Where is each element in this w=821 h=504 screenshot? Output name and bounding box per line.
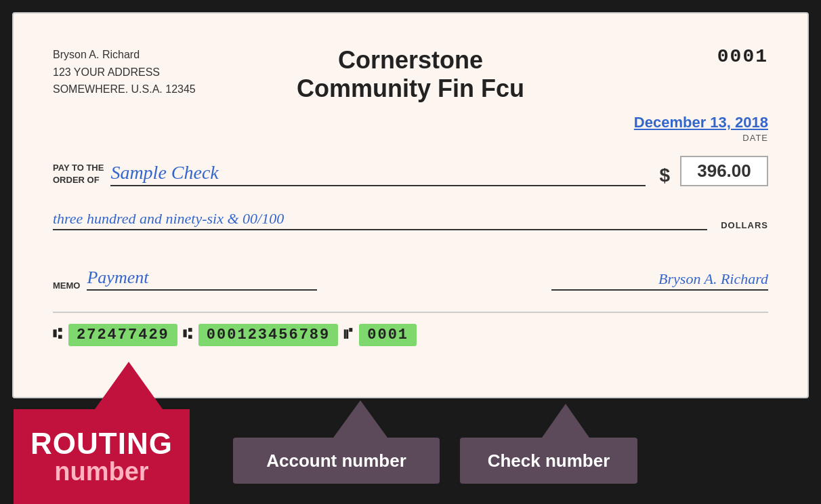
account-number-label: Account number [233, 438, 440, 484]
account-arrow [333, 400, 387, 438]
pay-to-line: Sample Check [110, 162, 646, 186]
pay-to-section: PAY TO THE ORDER OF Sample Check $ 396.0… [53, 156, 768, 186]
memo-left: MEMO Payment [53, 268, 317, 291]
check-arrow [542, 404, 589, 438]
sender-address1: 123 YOUR ADDRESS [53, 64, 196, 81]
dollars-label: DOLLARS [721, 220, 768, 230]
micr-section: ⑆ 272477429 ⑆ 000123456789 ⑈ 0001 [53, 324, 768, 346]
memo-section: MEMO Payment Bryson A. Richard [53, 268, 768, 291]
check-number-label: Check number [460, 438, 637, 484]
routing-label-text: ROUTING [30, 429, 173, 459]
micr-check-num: 0001 [359, 324, 417, 346]
check-number-text: Check number [488, 450, 610, 471]
payee-name: Sample Check [110, 162, 218, 183]
dollar-sign: $ [659, 165, 670, 186]
micr-close-bracket: ⑆ [183, 327, 193, 343]
micr-open-bracket: ⑆ [53, 327, 63, 343]
sender-info: Bryson A. Richard 123 YOUR ADDRESS SOMEW… [53, 46, 196, 98]
amount-box: 396.00 [680, 156, 768, 186]
bank-line2: Community Fin Fcu [297, 75, 524, 103]
date-value: December 13, 2018 [634, 114, 768, 131]
account-number-text: Account number [266, 450, 406, 471]
bank-name: Cornerstone Community Fin Fcu [297, 46, 524, 103]
micr-separator: ⑈ [343, 327, 354, 343]
bank-line1: Cornerstone [297, 46, 524, 75]
check-number-top: 0001 [717, 46, 768, 67]
sender-name: Bryson A. Richard [53, 46, 196, 64]
amount-words: three hundred and ninety-six & 00/100 [53, 210, 707, 230]
memo-label: MEMO [53, 280, 80, 291]
routing-label: ROUTING number [14, 409, 190, 504]
signature-value: Bryson A. Richard [658, 270, 768, 287]
micr-account: 000123456789 [198, 324, 338, 346]
date-label: DATE [634, 133, 768, 143]
divider-line [53, 312, 768, 313]
routing-arrow [95, 362, 163, 409]
date-area: December 13, 2018 DATE [634, 114, 768, 143]
check: 0001 Bryson A. Richard 123 YOUR ADDRESS … [12, 12, 809, 398]
routing-number-text: number [54, 459, 148, 484]
amount-words-section: three hundred and ninety-six & 00/100 DO… [53, 210, 768, 230]
signature-area: Bryson A. Richard [551, 270, 768, 291]
pay-to-label: PAY TO THE ORDER OF [53, 162, 104, 186]
memo-value: Payment [87, 268, 148, 287]
memo-line: Payment [87, 268, 317, 291]
micr-routing: 272477429 [68, 324, 177, 346]
amount-value: 396.00 [697, 161, 751, 181]
sender-address2: SOMEWHERE. U.S.A. 12345 [53, 81, 196, 98]
